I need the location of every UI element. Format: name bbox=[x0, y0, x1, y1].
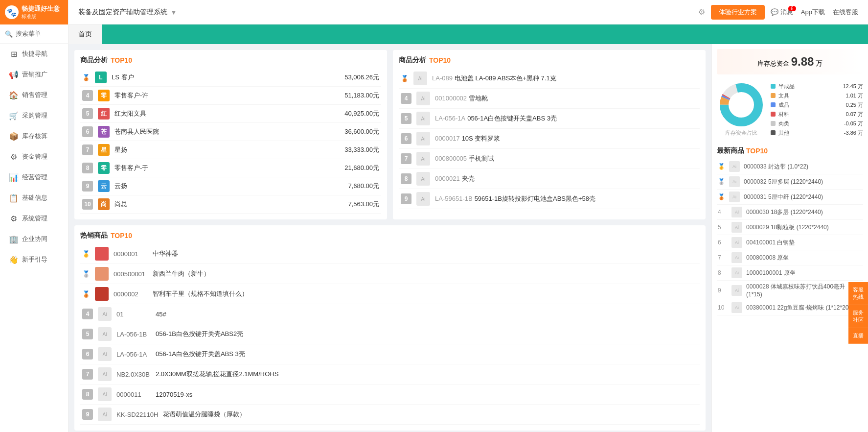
basic-icon: 📋 bbox=[9, 193, 18, 202]
rank-item: 6 Ai 000001710S 变料罗浆 bbox=[399, 129, 700, 149]
sidebar-item-label: 销售管理 bbox=[22, 91, 47, 99]
sidebar-item-label: 库存核算 bbox=[22, 132, 47, 141]
content: 商品分析 TOP10 🥉 L LS 客户 53,006.26元 4 bbox=[69, 44, 868, 432]
inventory-icon: 📦 bbox=[9, 132, 18, 141]
new-prod-item: 🥉 Ai 0000031 5厘中纤 (1220*2440) bbox=[717, 190, 863, 205]
tab-home[interactable]: 首页 bbox=[69, 24, 102, 44]
avatar: 苍 bbox=[98, 126, 110, 138]
product-thumb: Ai bbox=[98, 327, 112, 341]
system-name: 装备及固定资产辅助管理系统 ▼ bbox=[78, 8, 692, 17]
finance-icon: ⚙ bbox=[9, 152, 18, 161]
marketing-icon: 📢 bbox=[9, 70, 18, 79]
product-thumb: Ai bbox=[416, 112, 430, 125]
product-thumb: Ai bbox=[731, 207, 742, 217]
sidebar-item-marketing[interactable]: 📢 营销推广 bbox=[0, 64, 68, 85]
sidebar-item-operation[interactable]: 📊 经营管理 bbox=[0, 167, 68, 188]
medal-icon: 🥉 bbox=[718, 193, 725, 200]
avatar: 红 bbox=[98, 108, 110, 120]
settings-icon[interactable]: ⚙ bbox=[698, 7, 705, 17]
guide-icon: 👋 bbox=[9, 255, 18, 264]
medal-icon: 🥉 bbox=[401, 75, 409, 82]
rank-item: 6 苍 苍南县人民医院 36,600.00元 bbox=[80, 123, 381, 141]
medal-icon: 🥈 bbox=[718, 178, 725, 185]
online-service-link[interactable]: 在线客服 bbox=[833, 8, 858, 17]
new-prod-item: 4 Ai 0000030 18多层 (1220*2440) bbox=[717, 205, 863, 220]
new-prod-item: 10 Ai 003800001 22g鱼豆腐-烧烤味 (1*12*20) bbox=[717, 300, 863, 315]
sidebar-item-purchase[interactable]: 🛒 采购管理 bbox=[0, 105, 68, 126]
sidebar-item-label: 采购管理 bbox=[22, 111, 47, 120]
sidebar-item-corp[interactable]: 🏢 企业协同 bbox=[0, 229, 68, 249]
avatar: 星 bbox=[98, 144, 110, 156]
system-icon: ⚙ bbox=[9, 214, 18, 223]
sidebar-item-basic[interactable]: 📋 基础信息 bbox=[0, 188, 68, 208]
product-thumb: Ai bbox=[98, 307, 112, 321]
medal-icon: 🥈 bbox=[82, 270, 90, 278]
topbar-right: 💬 6 消息 App下载 在线客服 bbox=[771, 8, 858, 17]
product-thumb: Ai bbox=[731, 237, 742, 248]
sidebar-item-sales[interactable]: 🏠 销售管理 bbox=[0, 85, 68, 105]
app-download-link[interactable]: App下载 bbox=[801, 8, 825, 17]
logo-icon: 🐾 bbox=[5, 5, 19, 19]
sidebar: 🐾 畅捷通好生意 标准版 🔍 搜索菜单 ⊞ 快捷导航 📢 营销推广 🏠 销售管理… bbox=[0, 0, 69, 432]
sidebar-item-guide[interactable]: 👋 新手引导 bbox=[0, 249, 68, 270]
rank-item: 5 Ai LA-056-1A056-1A白色按键开关盖ABS 3壳 bbox=[399, 109, 700, 129]
rank-item: 4 Ai 001000002雪地靴 bbox=[399, 89, 700, 109]
rank-item: 9 云 云扬 7,680.00元 bbox=[80, 177, 381, 195]
logo-text: 畅捷通好生意 标准版 bbox=[22, 5, 60, 20]
message-icon: 💬 bbox=[771, 8, 778, 16]
message-badge[interactable]: 💬 6 消息 bbox=[771, 8, 793, 17]
product-thumb: Ai bbox=[731, 222, 742, 233]
new-products-section: 最新商品 TOP10 🥇 Ai 0000033 封边带 (1.0*22) 🥈 A… bbox=[717, 146, 863, 315]
inventory-value: 9.88 bbox=[791, 55, 814, 68]
inventory-title: 库存总资金 9.88 万 bbox=[723, 55, 857, 69]
rank-item: 4 零 零售客户-许 51,183.00元 bbox=[80, 87, 381, 105]
purchase-icon: 🛒 bbox=[9, 111, 18, 120]
product-flow-title: 商品分析 TOP10 bbox=[399, 56, 700, 65]
try-plan-button[interactable]: 体验行业方案 bbox=[711, 5, 765, 20]
product-thumb: Ai bbox=[416, 192, 430, 206]
system-name-text: 装备及固定资产辅助管理系统 bbox=[78, 8, 167, 17]
sidebar-item-quick-nav[interactable]: ⊞ 快捷导航 bbox=[0, 44, 68, 64]
new-prod-item: 5 Ai 0000029 18颗粒板 (1220*2440) bbox=[717, 220, 863, 235]
rank-item: 🥉 L LS 客户 53,006.26元 bbox=[80, 69, 381, 87]
message-count: 6 bbox=[788, 6, 796, 11]
content-main: 商品分析 TOP10 🥉 L LS 客户 53,006.26元 4 bbox=[69, 44, 711, 432]
hot-product-list: 🥇 0000001 中华神器 🥈 000500001 新西兰牛肉（新牛） 🥉 bbox=[80, 244, 700, 425]
right-panel: 库存总资金 9.88 万 bbox=[711, 44, 868, 432]
live-button[interactable]: 直播 bbox=[848, 328, 868, 344]
legend-dot bbox=[771, 112, 776, 117]
avatar: L bbox=[95, 72, 107, 83]
sidebar-item-system[interactable]: ⚙ 系统管理 bbox=[0, 208, 68, 229]
legend-item: 材料 0.07 万 bbox=[771, 111, 863, 118]
sidebar-item-label: 资金管理 bbox=[22, 152, 47, 161]
sidebar-item-label: 企业协同 bbox=[22, 235, 47, 243]
product-thumb: Ai bbox=[98, 387, 112, 401]
logo-main: 畅捷通好生意 bbox=[22, 5, 60, 13]
nav-tabs: 首页 bbox=[69, 24, 868, 44]
sidebar-item-label: 系统管理 bbox=[22, 214, 47, 223]
legend-dot bbox=[771, 130, 776, 135]
main-area: 装备及固定资产辅助管理系统 ▼ ⚙ 体验行业方案 💬 6 消息 App下载 在线… bbox=[69, 0, 868, 432]
rank-item: 7 Ai 000800005手机测试 bbox=[399, 149, 700, 169]
customer-service-button[interactable]: 客服热线 bbox=[848, 282, 868, 305]
hot-product-title: 热销商品 TOP10 bbox=[80, 231, 700, 240]
hot-product-card: 热销商品 TOP10 🥇 0000001 中华神器 🥈 000500001 新 bbox=[74, 225, 706, 431]
product-thumb: Ai bbox=[98, 367, 112, 381]
search-menu[interactable]: 🔍 搜索菜单 bbox=[0, 24, 68, 44]
dropdown-icon[interactable]: ▼ bbox=[170, 8, 177, 16]
product-thumb: Ai bbox=[416, 172, 430, 186]
quick-nav-icon: ⊞ bbox=[9, 49, 18, 58]
rank-item: 🥇 0000001 中华神器 bbox=[80, 244, 700, 264]
sidebar-item-finance[interactable]: ⚙ 资金管理 bbox=[0, 146, 68, 167]
medal-icon: 🥇 bbox=[718, 163, 725, 170]
service-community-button[interactable]: 服务社区 bbox=[848, 305, 868, 328]
rank-item: 5 Ai LA-056-1B 056-1B白色按键开关壳ABS2壳 bbox=[80, 324, 700, 344]
product-thumb: Ai bbox=[731, 285, 742, 296]
rank-item: 🥉 0000002 智利车子里（规格不知道填什么） bbox=[80, 284, 700, 304]
rank-item: 8 Ai 0000021夹壳 bbox=[399, 169, 700, 189]
medal-icon: 🥉 bbox=[82, 290, 90, 298]
sidebar-item-inventory[interactable]: 📦 库存核算 bbox=[0, 126, 68, 146]
rank-item: 9 Ai LA-59651-1B59651-1B旋转投影灯电池盒ABS黑色+58… bbox=[399, 189, 700, 209]
rank-item: 9 Ai KK-SD22110H 花语萌值温分腿睡袋（厚款） bbox=[80, 405, 700, 425]
product-flow-list: 🥉 Ai LA-089电池盖 LA-089 ABS本色+黑种 7.1克 4 Ai… bbox=[399, 69, 700, 209]
